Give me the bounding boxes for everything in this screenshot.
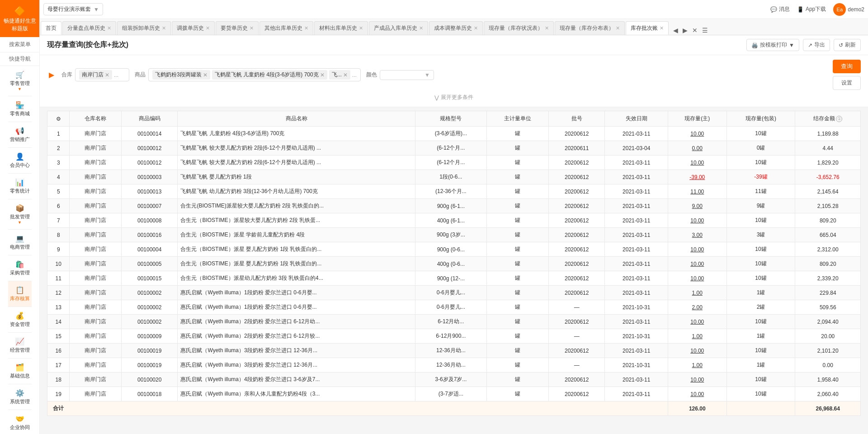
query-btn[interactable]: 查询	[833, 60, 861, 73]
tab-close-btn[interactable]: ✕	[690, 26, 699, 35]
cell-qty-pack: 10罐	[726, 242, 795, 257]
sidebar-item-retail-mgmt[interactable]: 🛒 零售管理 ▼	[8, 66, 32, 96]
warehouse-more-btn[interactable]: ...	[114, 72, 118, 78]
filter-expand-icon[interactable]: ▶	[47, 69, 56, 81]
product-tag-1-remove[interactable]: ✕	[203, 72, 208, 78]
tab-close-4[interactable]: ✕	[250, 25, 254, 31]
sidebar-item-collab[interactable]: 🤝 企业协同	[8, 410, 32, 434]
cell-amount: 509.56	[795, 300, 861, 315]
table-row: 10 南岸门店 00100005 合生元（BIOSTIME）派星 婴儿配方奶粉 …	[47, 257, 861, 271]
cell-qty[interactable]: -39.00	[668, 170, 726, 184]
message-btn[interactable]: 💬 消息	[770, 5, 790, 13]
cell-unit: 罐	[486, 257, 548, 271]
tab-close-5[interactable]: ✕	[304, 25, 308, 31]
tab-menu-btn[interactable]: ☰	[700, 26, 710, 35]
cell-amount: 2,060.40	[795, 387, 861, 401]
cell-expire: 2021-03-11	[605, 344, 668, 358]
sidebar-item-basic[interactable]: 🗂️ 基础信息	[8, 359, 32, 384]
tab-8[interactable]: 成本调整单历史✕	[429, 21, 483, 35]
expand-conditions-btn[interactable]: ⋁ 展开更多条件	[431, 93, 477, 102]
tab-9[interactable]: 现存量（库存状况表）✕	[484, 21, 554, 35]
sidebar-item-member[interactable]: 👤 会员中心	[8, 148, 32, 174]
tab-close-10[interactable]: ✕	[616, 25, 620, 31]
sidebar-item-retail-shop[interactable]: 🏪 零售商城	[8, 96, 32, 122]
user-avatar[interactable]: Ea demo2	[833, 3, 864, 16]
color-filter-select[interactable]: ▼	[380, 70, 434, 80]
tab-4[interactable]: 要货单历史✕	[216, 21, 259, 35]
tab-close-8[interactable]: ✕	[474, 25, 478, 31]
cell-qty: 10.00	[668, 242, 726, 257]
cell-batch: 20200612	[548, 286, 605, 300]
tab-close-3[interactable]: ✕	[206, 25, 210, 31]
tab-close-11[interactable]: ✕	[660, 25, 664, 31]
template-print-btn[interactable]: 🖨️ 按模板打印 ▼	[746, 39, 799, 51]
tab-close-6[interactable]: ✕	[359, 25, 363, 31]
ops-icon: 📈	[15, 337, 24, 346]
cell-expire: 2021-03-11	[605, 156, 668, 170]
sidebar-item-system[interactable]: ⚙️ 系统管理	[8, 384, 32, 410]
cell-qty-pack: 10罐	[726, 271, 795, 286]
refresh-btn[interactable]: ↺ 刷新	[834, 39, 861, 51]
app-download-btn[interactable]: 📱 App下载	[797, 5, 826, 13]
table-row: 16 南岸门店 00100019 惠氏启赋（Wyeth illuma）3段奶粉 …	[47, 344, 861, 358]
sidebar-item-ops[interactable]: 📈 经营管理	[8, 333, 32, 359]
filter-row: ▶ 合库 南岸门店 ✕ ... 商品	[47, 60, 861, 90]
sidebar-item-marketing[interactable]: 📢 营销推广	[8, 122, 32, 148]
tab-7[interactable]: 产成品入库单历史✕	[369, 21, 428, 35]
sidebar-shortcut[interactable]: 快捷导航	[0, 52, 39, 66]
amount-info-icon[interactable]: ①	[836, 116, 842, 122]
wholesale-icon: 📦	[15, 204, 24, 212]
cell-expire: 2021-03-11	[605, 286, 668, 300]
tab-1[interactable]: 分量盘点单历史✕	[62, 21, 116, 35]
tab-bar: 首页分量盘点单历史✕组装拆卸单历史✕调拨单历史✕要货单历史✕其他出库单历史✕材料…	[40, 19, 868, 35]
cell-qty-pack: 0罐	[726, 141, 795, 156]
cell-batch: —	[548, 300, 605, 315]
cell-no: 2	[47, 141, 70, 156]
cell-batch: 20200612	[548, 199, 605, 213]
product-filter-tags[interactable]: 飞鹤奶粉3段两罐装 ✕ 飞鹤星飞帆 儿童奶粉 4段(3-6岁适用) 700克 ✕…	[148, 68, 361, 81]
cell-unit: 罐	[486, 344, 548, 358]
sidebar-item-ecommerce[interactable]: 💻 电商管理	[8, 230, 32, 255]
dropdown-arrow-icon: ▼	[94, 6, 99, 13]
account-selector[interactable]: 母婴行业演示账套 ▼	[43, 3, 103, 15]
export-btn[interactable]: ↗ 导出	[803, 39, 830, 51]
tab-11[interactable]: 库存批次账✕	[626, 21, 669, 35]
tab-10[interactable]: 现存量（库存分布表）✕	[555, 21, 625, 35]
tab-0[interactable]: 首页	[41, 21, 61, 35]
cell-unit: 罐	[486, 170, 548, 184]
tab-2[interactable]: 组装拆卸单历史✕	[117, 21, 171, 35]
cell-batch: 20200612	[548, 315, 605, 329]
tab-3[interactable]: 调拨单历史✕	[172, 21, 215, 35]
cell-qty-pack: 1罐	[726, 358, 795, 373]
sidebar-item-finance[interactable]: 💰 资金管理	[8, 307, 32, 333]
product-tag-2-remove[interactable]: ✕	[320, 72, 325, 78]
tab-close-7[interactable]: ✕	[419, 25, 423, 31]
sidebar-search[interactable]: 搜索菜单	[0, 37, 39, 52]
summary-qty-pack	[726, 401, 795, 416]
retail-mgmt-icon: 🛒	[15, 71, 24, 79]
th-code: 商品编码	[121, 111, 178, 127]
tab-close-1[interactable]: ✕	[107, 25, 111, 31]
warehouse-tag-remove[interactable]: ✕	[105, 72, 109, 78]
tab-close-9[interactable]: ✕	[545, 25, 549, 31]
cell-spec: 400g (0-6...	[415, 257, 486, 271]
sidebar-item-purchase[interactable]: 🛍️ 采购管理	[8, 255, 32, 281]
sidebar-item-wholesale[interactable]: 📦 批发管理 ▼	[8, 199, 32, 230]
product-more-btn[interactable]: ...	[352, 72, 357, 78]
sidebar-item-inventory[interactable]: 📋 库存核算	[8, 281, 32, 307]
cell-amount: 1,189.88	[795, 127, 861, 141]
cell-unit: 罐	[486, 300, 548, 315]
tab-5[interactable]: 其他出库单历史✕	[259, 21, 313, 35]
cell-name: 合生元（BIOSTIME）派星较大婴儿配方奶粉 2段 乳铁蛋...	[178, 213, 415, 228]
tab-6[interactable]: 材料出库单历史✕	[314, 21, 368, 35]
cell-no: 17	[47, 358, 70, 373]
cell-qty: 10.00	[668, 315, 726, 329]
cell-qty-pack: 2罐	[726, 300, 795, 315]
product-tag-3-remove[interactable]: ✕	[343, 72, 348, 78]
tab-prev-btn[interactable]: ◀	[671, 26, 680, 35]
sidebar-item-retail-stats[interactable]: 📊 零售统计	[8, 174, 32, 199]
tab-close-2[interactable]: ✕	[162, 25, 166, 31]
warehouse-filter-tags[interactable]: 南岸门店 ✕ ...	[75, 68, 129, 81]
tab-next-btn[interactable]: ▶	[681, 26, 689, 35]
settings-btn[interactable]: 设置	[833, 76, 861, 90]
